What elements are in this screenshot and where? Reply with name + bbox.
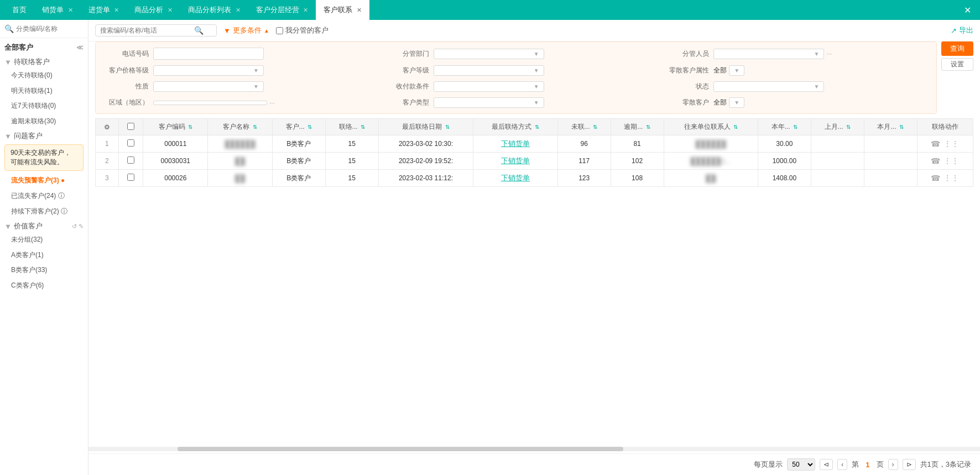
edit-icon[interactable]: ↺ ✎	[72, 223, 84, 230]
filter-status-select[interactable]: ▼	[713, 81, 824, 92]
prev-page-button[interactable]: ‹	[837, 459, 847, 470]
filter-price-grade-select[interactable]: ▼	[153, 65, 264, 76]
nav-home[interactable]: 首页	[4, 0, 34, 20]
col-this-year[interactable]: 本年... ⇅	[758, 119, 811, 135]
row-checkbox[interactable]	[118, 135, 143, 153]
row-checkbox[interactable]	[118, 153, 143, 170]
chevron-down-icon: ▼	[814, 51, 819, 57]
sidebar-group-pending[interactable]: ▼ 待联络客户	[0, 55, 88, 68]
top-navigation: 首页 销货单 ✕ 进货单 ✕ 商品分析 ✕ 商品分析列表 ✕ 客户分层经营 ✕ …	[0, 0, 980, 20]
all-customers-header[interactable]: 全部客户 ≪	[0, 38, 88, 55]
close-icon[interactable]: ✕	[236, 7, 241, 13]
filter-scatter-customer-select[interactable]: ▼	[729, 97, 744, 108]
row-overdue: 108	[611, 170, 664, 187]
col-contact-count[interactable]: 联络... ⇅	[325, 119, 378, 135]
row-more-icon[interactable]: ⋮⋮	[943, 139, 959, 148]
filter-manager-more[interactable]: ···	[826, 50, 832, 58]
col-last-month[interactable]: 上月... ⇅	[811, 119, 864, 135]
col-overdue[interactable]: 逾期... ⇅	[611, 119, 664, 135]
nav-item-customersegment[interactable]: 客户分层经营 ✕	[248, 0, 316, 20]
col-last-contact-method[interactable]: 最后联络方式 ⇅	[473, 119, 558, 135]
next-page-button[interactable]: ›	[888, 459, 898, 470]
my-customers-checkbox[interactable]	[276, 27, 283, 34]
search-icon[interactable]: 🔍	[194, 26, 204, 35]
close-icon[interactable]: ✕	[303, 7, 308, 13]
row-select-checkbox[interactable]	[127, 139, 134, 147]
col-checkbox[interactable]	[118, 119, 143, 135]
row-checkbox[interactable]	[118, 170, 143, 187]
row-last-contact-method[interactable]: 下销货单	[473, 135, 558, 153]
col-contact-person[interactable]: 往来单位联系人 ⇅	[664, 119, 758, 135]
sidebar-item-declining[interactable]: 持续下滑客户(2) ⓘ	[0, 204, 88, 220]
row-more-icon[interactable]: ⋮⋮	[943, 156, 959, 165]
table-header-row: ⚙ 客户编码 ⇅ 客户名称 ⇅ 客户... ⇅ 联络... ⇅ 最后联络日期 ⇅…	[96, 119, 973, 135]
settings-button[interactable]: 设置	[941, 58, 973, 71]
nav-item-productanalysislist[interactable]: 商品分析列表 ✕	[180, 0, 248, 20]
col-uncontact[interactable]: 未联... ⇅	[557, 119, 611, 135]
sidebar-item-ungrouped[interactable]: 未分组(32)	[0, 232, 88, 248]
chevron-down-icon: ▼	[4, 58, 12, 66]
row-phone-icon[interactable]: ☎	[931, 139, 940, 148]
sidebar-group-problem[interactable]: ▼ 问题客户	[0, 129, 88, 142]
filter-phone-input[interactable]	[153, 48, 264, 60]
filter-region-more[interactable]: ···	[269, 99, 275, 107]
main-layout: 🔍 全部客户 ≪ ▼ 待联络客户 今天待联络(0) 明天待联络(1) 近7天待联…	[0, 20, 980, 475]
sidebar-item-churn-warning[interactable]: 流失预警客户(3) ●	[0, 173, 88, 189]
export-button[interactable]: ↗ 导出	[951, 25, 973, 35]
row-uncontact: 117	[557, 153, 611, 170]
row-select-checkbox[interactable]	[127, 156, 134, 164]
filter-more-button[interactable]: ▼ 更多条件 ▲	[223, 25, 269, 35]
search-bar: 🔍 ▼ 更多条件 ▲ 我分管的客户 ↗ 导出	[88, 20, 980, 41]
nav-item-productanalysis[interactable]: 商品分析 ✕	[127, 0, 180, 20]
row-more-icon[interactable]: ⋮⋮	[943, 174, 959, 182]
query-button[interactable]: 查询	[941, 41, 973, 56]
last-page-button[interactable]: ⊳	[903, 459, 916, 470]
close-icon[interactable]: ✕	[357, 7, 362, 13]
horizontal-scrollbar[interactable]	[88, 447, 980, 451]
window-close-button[interactable]: ✕	[960, 5, 976, 15]
row-select-checkbox[interactable]	[127, 174, 134, 181]
col-this-month[interactable]: 本月... ⇅	[864, 119, 917, 135]
sidebar-item-7days-pending[interactable]: 近7天待联络(0)	[0, 98, 88, 114]
filter-manager-select[interactable]: ▼	[713, 49, 824, 59]
sidebar-item-class-b[interactable]: B类客户(33)	[0, 263, 88, 278]
col-customer-code[interactable]: 客户编码 ⇅	[143, 119, 208, 135]
filter-customer-grade-select[interactable]: ▼	[434, 65, 544, 76]
sidebar-item-overdue-pending[interactable]: 逾期未联络(30)	[0, 114, 88, 129]
filter-department-select[interactable]: ▼	[434, 49, 544, 59]
sidebar-search-input[interactable]	[16, 25, 84, 33]
row-phone-icon[interactable]: ☎	[931, 156, 940, 165]
nav-item-salesorder[interactable]: 销货单 ✕	[34, 0, 81, 20]
filter-scatter-attr-select[interactable]: ▼	[729, 65, 744, 76]
row-last-contact-method[interactable]: 下销货单	[473, 170, 558, 187]
select-all-checkbox[interactable]	[127, 123, 134, 130]
sidebar-item-class-a[interactable]: A类客户(1)	[0, 248, 88, 263]
nav-item-purchaseorder[interactable]: 进货单 ✕	[81, 0, 127, 20]
first-page-button[interactable]: ⊲	[820, 459, 833, 470]
filter-customer-type-select[interactable]: ▼	[434, 97, 544, 108]
filter-field-manager: 分管人员 ▼ ···	[665, 49, 927, 59]
close-icon[interactable]: ✕	[114, 7, 119, 13]
my-customers-checkbox-label[interactable]: 我分管的客户	[276, 25, 329, 35]
search-input[interactable]	[100, 27, 194, 34]
col-settings[interactable]: ⚙	[96, 119, 119, 135]
sidebar-item-tomorrow-pending[interactable]: 明天待联络(1)	[0, 83, 88, 99]
row-phone-icon[interactable]: ☎	[931, 174, 940, 182]
row-last-contact-method[interactable]: 下销货单	[473, 153, 558, 170]
col-customer-type[interactable]: 客户... ⇅	[272, 119, 325, 135]
sidebar-item-today-pending[interactable]: 今天待联络(0)	[0, 68, 88, 83]
close-icon[interactable]: ✕	[68, 7, 73, 13]
sidebar-item-churned[interactable]: 已流失客户(24) ⓘ	[0, 189, 88, 204]
sidebar-group-value[interactable]: ▼ 价值客户 ↺ ✎	[0, 219, 88, 232]
filter-region-select[interactable]	[153, 101, 267, 105]
scroll-thumb[interactable]	[178, 447, 623, 451]
nav-item-customercontact[interactable]: 客户联系 ✕	[316, 0, 369, 20]
per-page-select[interactable]: 50 100 200	[787, 458, 815, 471]
sidebar-item-class-c[interactable]: C类客户(6)	[0, 278, 88, 294]
filter-payment-select[interactable]: ▼	[434, 81, 544, 92]
close-icon[interactable]: ✕	[168, 7, 173, 13]
filter-action-buttons: 查询 设置	[941, 41, 973, 71]
filter-nature-select[interactable]: ▼	[153, 81, 264, 92]
col-last-contact-date[interactable]: 最后联络日期 ⇅	[378, 119, 473, 135]
col-customer-name[interactable]: 客户名称 ⇅	[208, 119, 273, 135]
